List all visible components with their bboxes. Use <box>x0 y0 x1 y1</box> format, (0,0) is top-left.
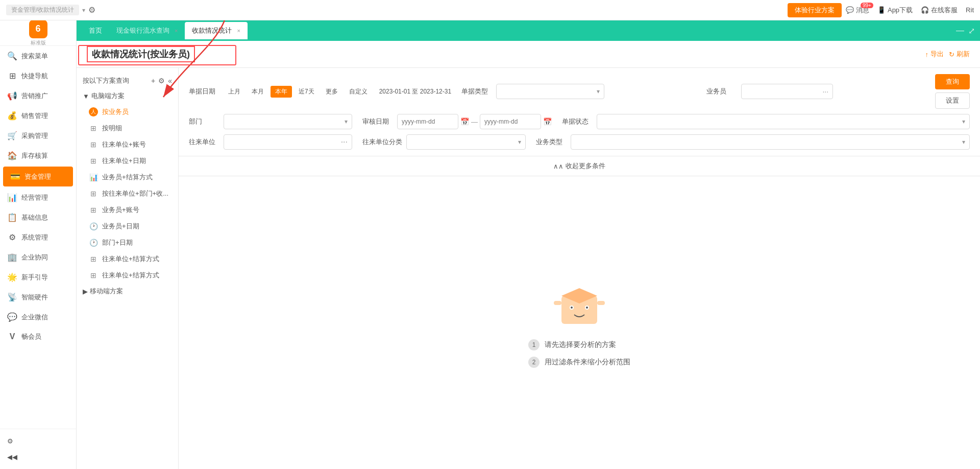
sidebar-logo: 6 标准版 <box>0 20 76 46</box>
sidebar-item-operations[interactable]: 📊 经营管理 <box>0 187 76 207</box>
date-tab-7days[interactable]: 近7天 <box>294 86 319 98</box>
scheme-item-unit-dept-collection[interactable]: ⊞ 按往来单位+部门+收... <box>77 185 178 202</box>
partner-select[interactable]: ··· <box>224 134 352 150</box>
partner-dots-icon[interactable]: ··· <box>341 137 348 147</box>
bottom-settings-icon: ⚙ <box>7 437 13 445</box>
sidebar-item-quick-nav[interactable]: ⊞ 快捷导航 <box>0 66 76 86</box>
scheme-item-label-unit-dept: 按往来单位+部门+收... <box>102 189 168 198</box>
set-button[interactable]: 设置 <box>935 92 970 109</box>
trial-button[interactable]: 体验行业方案 <box>788 3 842 17</box>
doc-type-chevron: ▾ <box>597 88 600 95</box>
sidebar-item-member[interactable]: V 畅会员 <box>0 327 76 346</box>
sidebar-item-basic-info[interactable]: 📋 基础信息 <box>0 207 76 227</box>
tab-bank-flow-close[interactable]: × <box>175 28 178 34</box>
review-date-from[interactable] <box>397 114 458 129</box>
sidebar-bottom-settings[interactable]: ⚙ <box>0 433 76 449</box>
scheme-item-dept-date[interactable]: 🕐 部门+日期 <box>77 235 178 251</box>
scheme-collapse-icon[interactable]: « <box>168 77 172 85</box>
salesman-select[interactable]: ··· <box>741 84 833 99</box>
scheme-category-desktop[interactable]: ▼ 电脑端方案 <box>77 88 178 104</box>
app-download-item[interactable]: 📱 App下载 <box>877 6 913 15</box>
calendar-to-icon[interactable]: 📅 <box>543 118 552 126</box>
tab-bank-flow-label: 现金银行流水查询 <box>116 26 169 35</box>
biz-type-select[interactable]: ▾ <box>571 134 970 150</box>
tab-home[interactable]: 首页 <box>82 22 109 39</box>
scheme-item-unit-account[interactable]: ⊞ 往来单位+账号 <box>77 136 178 153</box>
sidebar-item-purchase[interactable]: 🛒 采购管理 <box>0 126 76 146</box>
scheme-settings-icon[interactable]: ⚙ <box>158 77 165 85</box>
scheme-icon-unit-settlement2: ⊞ <box>89 271 98 280</box>
scheme-item-salesman-account[interactable]: ⊞ 业务员+账号 <box>77 202 178 218</box>
sidebar-item-finance[interactable]: 💳 资金管理 <box>3 167 73 186</box>
logo-icon: 6 <box>29 20 47 38</box>
scheme-item-unit-settlement2[interactable]: ⊞ 往来单位+结算方式 <box>77 267 178 284</box>
doc-status-select[interactable]: ▾ <box>597 114 970 129</box>
collapse-button[interactable]: ∧∧ 收起更多条件 <box>553 161 605 171</box>
scheme-category-mobile[interactable]: ▶ 移动端方案 <box>77 284 178 299</box>
system-icon: ⚙ <box>7 232 17 242</box>
settings-icon[interactable]: ⚙ <box>88 5 95 15</box>
export-button[interactable]: ↑ 导出 <box>925 50 944 59</box>
sidebar-item-guide[interactable]: 🌟 新手引导 <box>0 267 76 287</box>
review-date-to[interactable] <box>480 114 541 129</box>
tabs-bar: 首页 现金银行流水查询 × 收款情况统计 × — ⤢ <box>77 20 980 41</box>
sidebar-label-system: 系统管理 <box>21 233 48 242</box>
online-service-item[interactable]: 🎧 在线客服 <box>921 6 958 15</box>
service-label: 在线客服 <box>931 6 958 15</box>
calendar-from-icon[interactable]: 📅 <box>460 118 469 126</box>
partner-category-select[interactable]: ▾ <box>406 134 526 150</box>
refresh-icon: ↻ <box>949 51 954 58</box>
scheme-item-unit-settlement1[interactable]: ⊞ 往来单位+结算方式 <box>77 251 178 267</box>
date-tab-more[interactable]: 更多 <box>321 86 342 98</box>
date-tab-this-month[interactable]: 本月 <box>247 86 268 98</box>
tab-collection-stats-close[interactable]: × <box>237 28 240 34</box>
scheme-item-by-salesman[interactable]: 人 按业务员 <box>77 104 178 120</box>
chevron-down-icon[interactable]: ▾ <box>82 7 85 14</box>
date-tab-this-year[interactable]: 本年 <box>271 86 292 98</box>
empty-tips: 1 请先选择要分析的方案 2 用过滤条件来缩小分析范围 <box>528 339 630 368</box>
sidebar-item-system[interactable]: ⚙ 系统管理 <box>0 227 76 247</box>
tab-minimize-icon[interactable]: — <box>956 26 964 35</box>
sidebar-item-enterprise[interactable]: 🏢 企业协同 <box>0 247 76 267</box>
sidebar-item-search[interactable]: 🔍 搜索菜单 <box>0 46 76 66</box>
dept-select[interactable]: ▾ <box>224 114 352 129</box>
biz-type-chevron: ▾ <box>962 138 965 146</box>
home-icon: ⊞ <box>7 71 17 81</box>
scheme-item-by-detail[interactable]: ⊞ 按明细 <box>77 120 178 136</box>
empty-tip-1: 1 请先选择要分析的方案 <box>528 339 630 350</box>
scheme-item-salesman-settlement[interactable]: 📊 业务员+结算方式 <box>77 169 178 185</box>
date-tab-last-month[interactable]: 上月 <box>224 86 245 98</box>
sidebar: 6 标准版 🔍 搜索菜单 ⊞ 快捷导航 📢 营销推广 💰 销售管理 🛒 采购管理… <box>0 20 77 469</box>
sidebar-item-inventory[interactable]: 🏠 库存核算 <box>0 146 76 166</box>
scheme-item-unit-date[interactable]: ⊞ 往来单位+日期 <box>77 153 178 169</box>
filter-rows: 单据日期 上月 本月 本年 近7天 更多 自定义 2023-01-01 至 20… <box>179 68 980 156</box>
salesman-dots-icon[interactable]: ··· <box>822 87 828 96</box>
collapse-row: ∧∧ 收起更多条件 <box>179 156 980 176</box>
filter-item-biz-type: 业务类型 ▾ <box>536 134 970 150</box>
sidebar-item-weixin[interactable]: 💬 企业微信 <box>0 307 76 327</box>
tab-bank-flow[interactable]: 现金银行流水查询 × <box>109 22 185 39</box>
sidebar-bottom-collapse[interactable]: ◀◀ <box>0 449 76 465</box>
sidebar-item-smart-hw[interactable]: 📡 智能硬件 <box>0 287 76 307</box>
sidebar-bottom: ⚙ ◀◀ <box>0 429 76 469</box>
sidebar-item-marketing[interactable]: 📢 营销推广 <box>0 86 76 106</box>
tab-maximize-icon[interactable]: ⤢ <box>968 26 975 36</box>
scheme-item-salesman-date[interactable]: 🕐 业务员+日期 <box>77 218 178 235</box>
sidebar-label-basic-info: 基础信息 <box>21 213 48 222</box>
query-button[interactable]: 查询 <box>935 74 970 89</box>
sidebar-label-weixin: 企业微信 <box>21 313 48 322</box>
filter-item-review-date: 审核日期 📅 — 📅 <box>362 114 552 129</box>
sidebar-label-search: 搜索菜单 <box>21 52 48 61</box>
right-content: 单据日期 上月 本月 本年 近7天 更多 自定义 2023-01-01 至 20… <box>179 68 980 469</box>
tab-collection-stats[interactable]: 收款情况统计 × <box>185 22 247 39</box>
scheme-panel: 按以下方案查询 + ⚙ « ▼ 电脑端方案 人 按业务员 <box>77 68 179 469</box>
filter-item-salesman: 业务员 ··· <box>706 84 833 99</box>
date-tab-custom[interactable]: 自定义 <box>345 86 372 98</box>
message-item[interactable]: 💬 消息 99+ <box>846 6 869 15</box>
sidebar-item-sales[interactable]: 💰 销售管理 <box>0 106 76 126</box>
category-arrow-down: ▼ <box>83 92 89 100</box>
refresh-button[interactable]: ↻ 刷新 <box>949 50 970 59</box>
user-avatar-area[interactable]: Rit <box>966 6 974 14</box>
doc-type-select[interactable]: ▾ <box>496 84 604 99</box>
scheme-add-icon[interactable]: + <box>151 77 155 85</box>
